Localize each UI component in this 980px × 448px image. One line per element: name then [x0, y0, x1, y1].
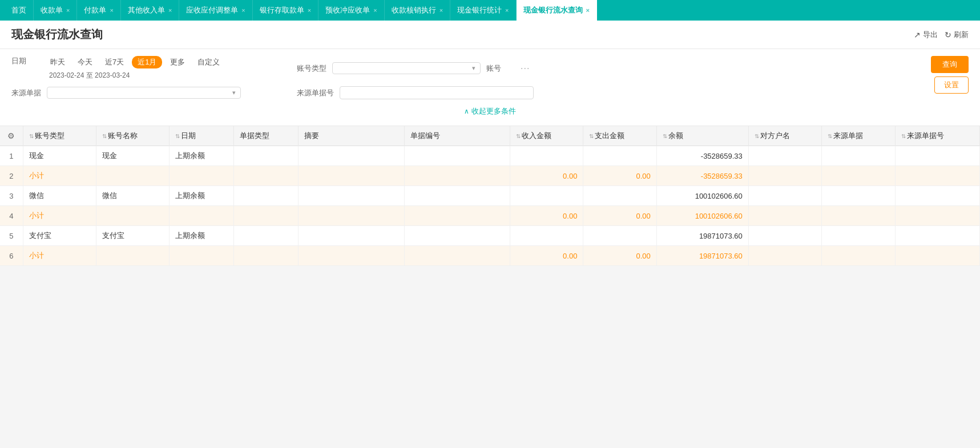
source-doc-select[interactable]: ▾ — [47, 87, 241, 99]
date-opt-more[interactable]: 更多 — [166, 56, 189, 68]
account-dots[interactable]: ··· — [521, 63, 530, 74]
table-cell — [170, 166, 234, 186]
table-cell — [748, 246, 821, 266]
table-cell — [404, 206, 510, 226]
table-cell — [404, 246, 510, 266]
table-cell — [583, 186, 656, 206]
table-row: 6小计0.000.0019871073.60 — [0, 246, 980, 266]
col-expense[interactable]: ⇅支出金额 — [583, 126, 656, 146]
col-doc-type[interactable]: 单据类型 — [234, 126, 299, 146]
table-cell — [895, 246, 980, 266]
table-cell — [404, 146, 510, 166]
table-cell — [404, 186, 510, 206]
table-cell: -3528659.33 — [656, 146, 748, 166]
nav-payment[interactable]: 付款单 × — [77, 0, 120, 21]
close-icon[interactable]: × — [66, 7, 70, 14]
table-cell — [234, 246, 299, 266]
export-button[interactable]: ↗ 导出 — [914, 30, 938, 40]
nav-verification[interactable]: 收款核销执行 × — [385, 0, 450, 21]
table-cell — [234, 226, 299, 246]
date-label: 日期 — [11, 56, 40, 66]
col-summary[interactable]: 摘要 — [298, 126, 404, 146]
table-cell: 5 — [0, 226, 23, 246]
table-cell: 100102606.60 — [656, 206, 748, 226]
table-cell — [298, 146, 404, 166]
nav-cash-stats[interactable]: 现金银行统计 × — [450, 0, 516, 21]
close-icon[interactable]: × — [505, 7, 509, 14]
table-row: 2小计0.000.00-3528659.33 — [0, 166, 980, 186]
close-icon[interactable]: × — [586, 7, 590, 14]
close-icon[interactable]: × — [373, 7, 377, 14]
sort-icon: ⇅ — [755, 133, 759, 139]
col-source-doc[interactable]: ⇅来源单据 — [822, 126, 895, 146]
col-counterpart[interactable]: ⇅对方户名 — [748, 126, 821, 146]
table-cell — [895, 166, 980, 186]
chevron-down-icon: ▾ — [472, 64, 475, 72]
sort-icon: ⇅ — [663, 133, 667, 139]
nav-receipt[interactable]: 收款单 × — [34, 0, 77, 21]
table-cell: 100102606.60 — [656, 186, 748, 206]
sort-icon: ⇅ — [589, 133, 594, 139]
date-opt-1month[interactable]: 近1月 — [132, 56, 162, 68]
table-cell — [822, 186, 895, 206]
nav-home[interactable]: 首页 — [5, 0, 34, 21]
table-cell: 0.00 — [583, 206, 656, 226]
table-header-row: ⚙ ⇅账号类型 ⇅账号名称 ⇅日期 单据类型 摘要 单据编号 ⇅收入金额 ⇅支出… — [0, 126, 980, 146]
table-cell — [96, 206, 169, 226]
close-icon[interactable]: × — [308, 7, 311, 14]
nav-cash-flow-query[interactable]: 现金银行流水查询 × — [517, 0, 597, 21]
close-icon[interactable]: × — [241, 7, 245, 14]
table-cell: 小计 — [23, 166, 96, 186]
source-doc-no-input[interactable] — [340, 86, 534, 99]
query-button[interactable]: 查询 — [931, 56, 969, 73]
date-opt-yesterday[interactable]: 昨天 — [46, 56, 70, 68]
nav-bank-deposit[interactable]: 银行存取款单 × — [253, 0, 318, 21]
table-cell — [895, 206, 980, 226]
table-cell: 0.00 — [583, 166, 656, 186]
col-date[interactable]: ⇅日期 — [170, 126, 234, 146]
nav-adjustment[interactable]: 应收应付调整单 × — [179, 0, 252, 21]
sort-icon: ⇅ — [102, 133, 107, 139]
table-cell — [510, 226, 583, 246]
table-cell — [583, 146, 656, 166]
table-area: ⚙ ⇅账号类型 ⇅账号名称 ⇅日期 单据类型 摘要 单据编号 ⇅收入金额 ⇅支出… — [0, 126, 980, 266]
table-cell — [298, 246, 404, 266]
sort-icon: ⇅ — [175, 133, 180, 139]
refresh-button[interactable]: ↻ 刷新 — [945, 30, 969, 40]
col-source-doc-no[interactable]: ⇅来源单据号 — [895, 126, 980, 146]
table-cell: 3 — [0, 186, 23, 206]
table-body: 1现金现金上期余额-3528659.332小计0.000.00-3528659.… — [0, 146, 980, 266]
table-cell — [404, 226, 510, 246]
close-icon[interactable]: × — [110, 7, 113, 14]
account-type-select[interactable]: ▾ — [332, 62, 481, 74]
data-table: ⚙ ⇅账号类型 ⇅账号名称 ⇅日期 单据类型 摘要 单据编号 ⇅收入金额 ⇅支出… — [0, 126, 980, 266]
col-gear[interactable]: ⚙ — [0, 126, 23, 146]
date-opt-today[interactable]: 今天 — [73, 56, 97, 68]
col-balance[interactable]: ⇅余额 — [656, 126, 748, 146]
table-cell: 支付宝 — [23, 226, 96, 246]
source-doc-no-label: 来源单据号 — [297, 88, 334, 98]
table-cell — [170, 206, 234, 226]
col-income[interactable]: ⇅收入金额 — [510, 126, 583, 146]
right-buttons: 查询 设置 — [931, 56, 969, 94]
col-account-name[interactable]: ⇅账号名称 — [96, 126, 169, 146]
table-cell — [510, 186, 583, 206]
table-cell — [822, 146, 895, 166]
table-cell — [583, 226, 656, 246]
table-cell: 19871073.60 — [656, 246, 748, 266]
account-type-label: 账号类型 — [297, 63, 326, 74]
nav-advance[interactable]: 预收冲应收单 × — [318, 0, 384, 21]
collapse-bar[interactable]: ∧ 收起更多条件 — [11, 104, 969, 119]
sort-icon: ⇅ — [901, 133, 906, 139]
date-opt-custom[interactable]: 自定义 — [193, 56, 224, 68]
nav-other-income[interactable]: 其他收入单 × — [121, 0, 179, 21]
collapse-up-icon: ∧ — [464, 107, 469, 115]
close-icon[interactable]: × — [168, 7, 172, 14]
table-cell — [298, 206, 404, 226]
col-account-type[interactable]: ⇅账号类型 — [23, 126, 96, 146]
date-opt-7days[interactable]: 近7天 — [100, 56, 128, 68]
table-cell — [96, 166, 169, 186]
close-icon[interactable]: × — [439, 7, 443, 14]
settings-button[interactable]: 设置 — [934, 76, 969, 94]
col-doc-no[interactable]: 单据编号 — [404, 126, 510, 146]
